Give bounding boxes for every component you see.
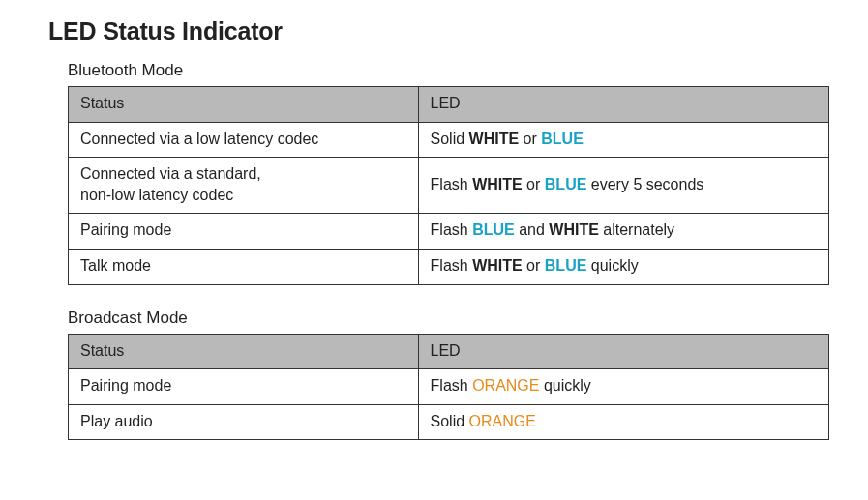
cell-status: Connected via a standard,non-low latency… [69, 158, 419, 214]
cell-led: Flash WHITE or BLUE quickly [418, 249, 828, 284]
table-row: Talk mode Flash WHITE or BLUE quickly [69, 249, 829, 284]
th-led: LED [418, 87, 828, 123]
cell-led: Flash ORANGE quickly [418, 369, 828, 405]
table-broadcast: Status LED Pairing mode Flash ORANGE qui… [68, 334, 829, 441]
th-status: Status [69, 334, 419, 369]
cell-status: Play audio [69, 404, 419, 440]
th-led: LED [418, 334, 828, 369]
cell-status: Pairing mode [69, 214, 419, 250]
cell-status: Connected via a low latency codec [69, 122, 419, 158]
cell-led: Flash WHITE or BLUE every 5 seconds [418, 158, 828, 214]
table-row: Pairing mode Flash BLUE and WHITE altern… [69, 214, 829, 250]
table-row: Pairing mode Flash ORANGE quickly [69, 369, 829, 405]
table-header-row: Status LED [69, 87, 829, 123]
cell-led: Solid WHITE or BLUE [418, 122, 828, 158]
page-title: LED Status Indicator [48, 17, 829, 45]
cell-led: Flash BLUE and WHITE alternately [418, 214, 828, 250]
cell-status: Talk mode [69, 249, 419, 284]
cell-status: Pairing mode [69, 369, 419, 405]
cell-led: Solid ORANGE [418, 404, 828, 440]
section-label-bluetooth: Bluetooth Mode [68, 61, 829, 80]
section-label-broadcast: Broadcast Mode [68, 309, 829, 328]
table-row: Connected via a standard,non-low latency… [69, 158, 829, 214]
table-row: Play audio Solid ORANGE [69, 404, 829, 440]
th-status: Status [69, 87, 419, 123]
table-bluetooth: Status LED Connected via a low latency c… [68, 86, 829, 285]
page: LED Status Indicator Bluetooth Mode Stat… [0, 0, 868, 492]
table-row: Connected via a low latency codec Solid … [69, 122, 829, 158]
table-header-row: Status LED [69, 334, 829, 369]
